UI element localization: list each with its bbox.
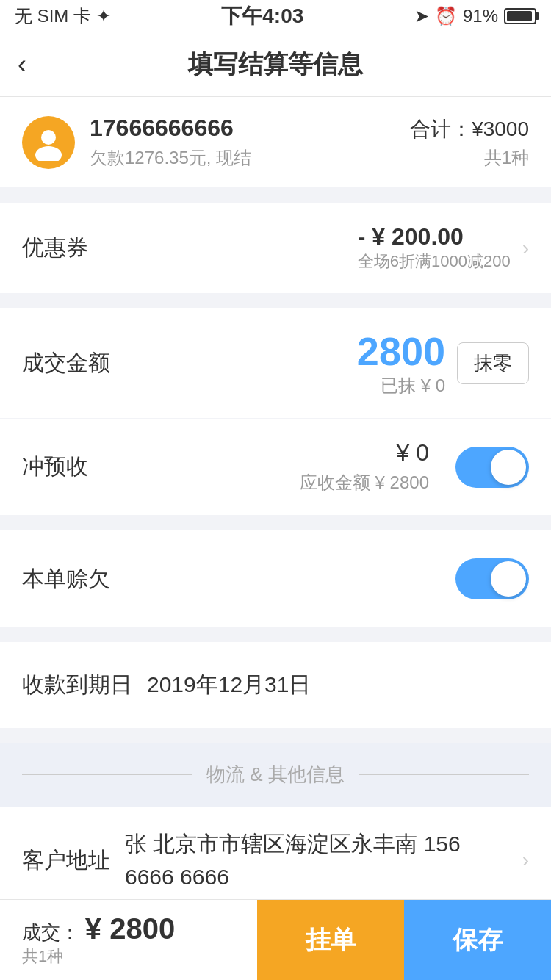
due-date-row: 收款到期日 2019年12月31日 (0, 642, 551, 728)
coupon-desc: 全场6折满1000减200 (358, 251, 511, 273)
status-time: 下午4:03 (221, 2, 303, 30)
section-divider-3 (0, 627, 551, 642)
status-left: 无 SIM 卡 ✦ (15, 4, 111, 28)
save-button[interactable]: 保存 (404, 900, 551, 981)
bottom-deal-count: 共1种 (22, 945, 235, 968)
section-divider-4 (0, 728, 551, 743)
flush-row: 冲预收 ¥ 0 应收金额 ¥ 2800 (0, 419, 551, 516)
battery-percent: 91% (463, 6, 498, 26)
coupon-chevron-right-icon: › (522, 237, 529, 260)
customer-debt: 欠款1276.35元, 现结 (90, 146, 251, 170)
flush-value-toggle: ¥ 0 应收金额 ¥ 2800 (300, 439, 529, 494)
coupon-discount: - ¥ 200.00 (358, 223, 511, 251)
bottom-deal-label: 成交： (22, 921, 79, 943)
customer-section: 17666666666 欠款1276.35元, 现结 合计：¥3000 共1种 (0, 97, 551, 187)
location-icon: ➤ (414, 6, 429, 26)
customer-phone: 17666666666 (90, 115, 251, 142)
deal-amount-value: 2800 (357, 328, 445, 374)
debt-row: 本单赊欠 (0, 530, 551, 627)
customer-info: 17666666666 欠款1276.35元, 现结 (90, 115, 251, 170)
total-count: 共1种 (410, 146, 529, 170)
bottom-deal-row: 成交： ¥ 2800 (22, 912, 235, 945)
bottom-deal-info: 成交： ¥ 2800 共1种 (0, 912, 257, 968)
svg-point-1 (35, 146, 62, 161)
deal-amount-row: 成交金额 2800 已抹 ¥ 0 抹零 (0, 308, 551, 419)
coupon-row[interactable]: 优惠券 - ¥ 200.00 全场6折满1000减200 › (0, 202, 551, 293)
nav-bar: ‹ 填写结算等信息 (0, 32, 551, 97)
flush-label: 冲预收 (22, 452, 88, 482)
deal-amount-col: 2800 已抹 ¥ 0 (357, 328, 445, 397)
content: 17666666666 欠款1276.35元, 现结 合计：¥3000 共1种 … (0, 97, 551, 980)
svg-point-0 (41, 130, 56, 145)
address-label: 客户地址 (22, 846, 110, 876)
debt-toggle-knob (491, 561, 526, 597)
flush-right: ¥ 0 应收金额 ¥ 2800 (300, 439, 429, 494)
logistics-line-left (22, 774, 192, 775)
status-right: ➤ ⏰ 91% (414, 6, 536, 26)
deal-amount-section: 成交金额 2800 已抹 ¥ 0 抹零 冲预收 ¥ 0 应收金额 ¥ 2800 (0, 308, 551, 516)
debt-toggle[interactable] (455, 558, 529, 599)
coupon-label: 优惠券 (22, 233, 88, 263)
alarm-icon: ⏰ (435, 6, 457, 26)
flush-toggle-knob (491, 450, 526, 485)
page-title: 填写结算等信息 (188, 48, 363, 82)
deal-amount-right: 2800 已抹 ¥ 0 抹零 (357, 328, 529, 397)
total-label: 合计：¥3000 (410, 115, 529, 143)
due-date-label: 收款到期日 (22, 670, 132, 700)
logistics-line-right (359, 774, 529, 775)
section-divider-1 (0, 293, 551, 308)
sim-text: 无 SIM 卡 ✦ (15, 4, 111, 28)
bottom-deal-amount: ¥ 2800 (85, 912, 175, 945)
battery-icon (504, 8, 536, 24)
logistics-separator: 物流 & 其他信息 (0, 743, 551, 807)
back-button[interactable]: ‹ (18, 49, 26, 80)
pending-button[interactable]: 挂单 (257, 900, 404, 981)
address-chevron-right-icon: › (522, 849, 529, 872)
logistics-text: 物流 & 其他信息 (206, 762, 345, 788)
customer-right: 合计：¥3000 共1种 (410, 115, 529, 170)
already-rounded: 已抹 ¥ 0 (381, 374, 445, 397)
due-date-value: 2019年12月31日 (147, 670, 311, 700)
round-zero-button[interactable]: 抹零 (457, 342, 529, 384)
avatar (22, 116, 75, 169)
status-bar: 无 SIM 卡 ✦ 下午4:03 ➤ ⏰ 91% (0, 0, 551, 32)
bottom-bar: 成交： ¥ 2800 共1种 挂单 保存 (0, 899, 551, 980)
deal-amount-label: 成交金额 (22, 348, 110, 378)
coupon-right: - ¥ 200.00 全场6折满1000减200 › (358, 223, 529, 273)
customer-left: 17666666666 欠款1276.35元, 现结 (22, 115, 251, 170)
flush-amount: ¥ 0 (397, 439, 429, 466)
flush-receivable: 应收金额 ¥ 2800 (300, 471, 429, 494)
address-value: 张 北京市市辖区海淀区永丰南 156 6666 6666 (125, 827, 515, 893)
section-divider-2 (0, 516, 551, 530)
flush-toggle[interactable] (455, 447, 529, 488)
address-row[interactable]: 客户地址 张 北京市市辖区海淀区永丰南 156 6666 6666 › (0, 807, 551, 914)
debt-label: 本单赊欠 (22, 564, 110, 594)
